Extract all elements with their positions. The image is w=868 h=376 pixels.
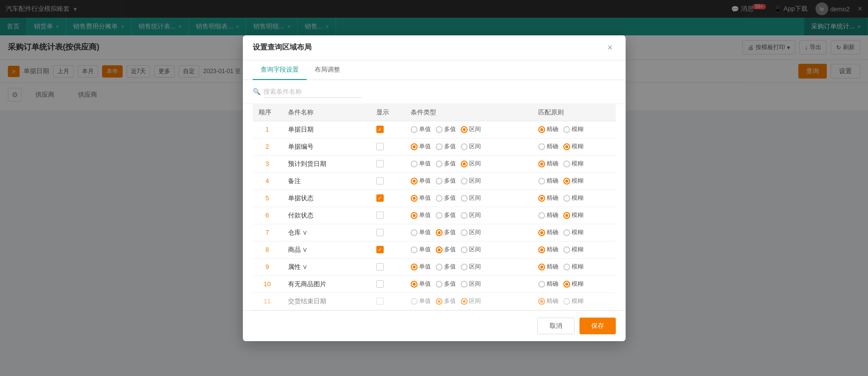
header-match: 匹配原则	[532, 104, 621, 111]
dialog-tab-fields-label: 查询字段设置	[261, 66, 299, 73]
dialog-tab-fields[interactable]: 查询字段设置	[253, 60, 307, 80]
dialog-table: 顺序 条件名称 显示 条件类型 匹配原则 1 单据日期 单值 多值 区间	[243, 104, 626, 111]
search-input[interactable]	[263, 86, 362, 98]
header-type: 条件类型	[405, 104, 532, 111]
dialog-search-area: 🔍	[243, 80, 626, 104]
header-name: 条件名称	[282, 104, 370, 111]
dialog-tab-layout[interactable]: 布局调整	[307, 60, 348, 80]
settings-dialog: 设置查询区域布局 × 查询字段设置 布局调整 🔍 顺序 条件名称 显示 条件类型	[243, 35, 626, 111]
dialog-tabs: 查询字段设置 布局调整	[243, 60, 626, 80]
modal-overlay: 设置查询区域布局 × 查询字段设置 布局调整 🔍 顺序 条件名称 显示 条件类型	[0, 0, 868, 110]
search-icon: 🔍	[253, 88, 261, 95]
dialog-tab-layout-label: 布局调整	[315, 66, 340, 73]
dialog-close-button[interactable]: ×	[605, 42, 616, 53]
header-order: 顺序	[253, 104, 282, 111]
dialog-title: 设置查询区域布局	[253, 43, 312, 52]
table-header-row: 顺序 条件名称 显示 条件类型 匹配原则	[253, 104, 616, 111]
header-show: 显示	[370, 104, 405, 111]
dialog-header: 设置查询区域布局 ×	[243, 35, 626, 60]
